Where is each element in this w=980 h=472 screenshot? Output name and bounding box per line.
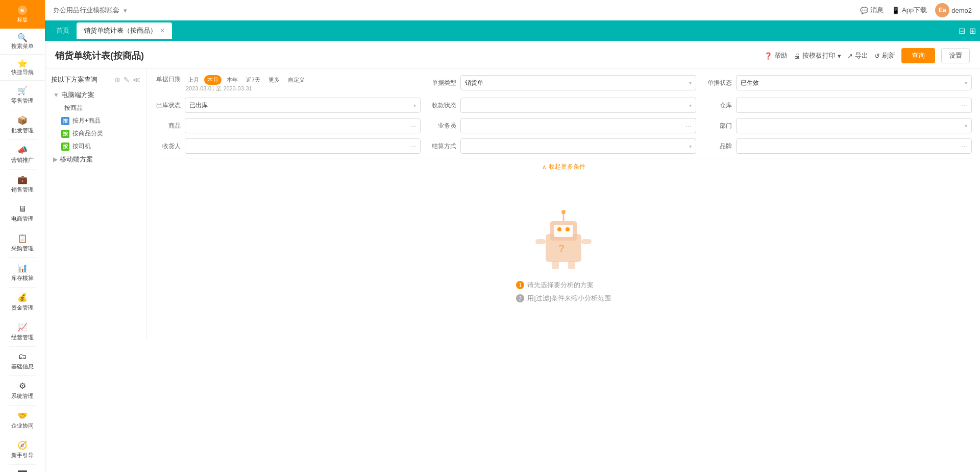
date-tab-custom[interactable]: 自定义: [285, 75, 308, 85]
tab-minimize-icon[interactable]: ⊟: [959, 26, 965, 36]
doc-type-control[interactable]: 销货单 ▾: [460, 75, 696, 90]
date-label: 单据日期: [155, 75, 181, 84]
sidebar-item-operation[interactable]: 📈 经营管理: [9, 317, 36, 347]
settlement-control[interactable]: ▾: [460, 138, 696, 154]
inventory-icon: 📊: [17, 263, 28, 273]
filter-row-2: 出库状态 已出库 ▾ 收款状态 ▾: [155, 98, 972, 113]
out-status-label: 出库状态: [155, 101, 181, 110]
action-refresh[interactable]: ↺ 刷新: [874, 51, 895, 60]
brand-label: 品牌: [706, 142, 732, 151]
help-label: 帮助: [774, 51, 788, 60]
sidebar-search-label: 搜索菜单: [2, 42, 43, 50]
tab-maximize-icon[interactable]: ⊞: [969, 26, 976, 36]
sidebar-item-basic[interactable]: 🗂 基础信息: [9, 347, 36, 376]
pay-status-control[interactable]: ▾: [460, 98, 696, 113]
sidebar-item-guide[interactable]: 🧭 新手引导: [9, 435, 36, 465]
action-help[interactable]: ❓ 帮助: [764, 51, 788, 60]
print-icon: 🖨: [794, 52, 800, 60]
sidebar-item-ecommerce[interactable]: 🖥 电商管理: [9, 199, 36, 228]
top-nav-app-download[interactable]: 📱 App下载: [892, 6, 927, 15]
print-arrow: ▾: [838, 52, 841, 60]
salesperson-control[interactable]: ···: [460, 118, 696, 133]
top-nav: 办公用品行业模拟账套 ▾ 💬 消息 📱 App下载 Ea demo2: [45, 0, 980, 20]
left-panel: 按以下方案查询 ⊕ ✎ ≪ ▼ 电脑端方案: [45, 69, 147, 340]
edit-scheme-icon[interactable]: ✎: [124, 76, 130, 84]
doc-status-value: 已生效: [741, 79, 963, 87]
action-export[interactable]: ↗ 导出: [847, 51, 868, 60]
tab-sales-stat-close[interactable]: ✕: [160, 27, 165, 34]
sidebar-item-enterprise[interactable]: 🤝 企业协同: [9, 406, 36, 435]
department-control[interactable]: ▾: [736, 118, 972, 133]
recipient-control[interactable]: ···: [185, 138, 421, 154]
empty-state: ? 1 请先选择要分析的方案 2 用[过滤]条件来缩小分析范围: [155, 175, 972, 334]
filter-settlement: 结算方式 ▾: [431, 138, 696, 154]
date-tab-last7[interactable]: 近7天: [243, 75, 263, 85]
doc-status-control[interactable]: 已生效 ▾: [736, 75, 972, 90]
top-nav-user[interactable]: Ea demo2: [935, 3, 972, 17]
tab-actions: ⊟ ⊞: [959, 26, 976, 36]
sidebar-item-sales[interactable]: 💼 销售管理: [9, 170, 36, 199]
page-title: 销货单统计表(按商品): [55, 50, 144, 62]
tree-item-by-month-product[interactable]: 按 按月+商品: [57, 114, 142, 127]
brand-control[interactable]: ···: [736, 138, 972, 154]
sidebar-item-marketing[interactable]: 📣 营销推广: [9, 140, 36, 170]
svg-rect-9: [535, 239, 546, 244]
query-button[interactable]: 查询: [901, 48, 935, 63]
tree-item-by-product[interactable]: 按商品: [57, 102, 142, 114]
basic-icon: 🗂: [18, 352, 27, 361]
tree-item-by-product-category[interactable]: 按 按商品分类: [57, 127, 142, 140]
user-avatar-text: Ea: [939, 7, 946, 14]
action-template-print[interactable]: 🖨 按模板打印 ▾: [794, 51, 841, 60]
date-tab-more[interactable]: 更多: [265, 75, 283, 85]
collapse-arrow-icon: ∧: [542, 163, 547, 171]
warehouse-control[interactable]: ···: [736, 98, 972, 113]
finance-icon: 💰: [17, 293, 28, 302]
add-scheme-icon[interactable]: ⊕: [114, 76, 120, 84]
collapse-panel-icon[interactable]: ≪: [133, 76, 140, 84]
setting-button[interactable]: 设置: [941, 48, 970, 63]
guide-label: 新手引导: [11, 452, 34, 459]
salesperson-label: 业务员: [431, 122, 456, 130]
sidebar-shortcut-button[interactable]: ⭐ 快捷导航: [0, 55, 45, 81]
top-nav-left: 办公用品行业模拟账套 ▾: [53, 6, 127, 15]
out-status-value: 已出库: [189, 101, 411, 110]
brand-dots: ···: [961, 142, 967, 150]
sidebar-item-inventory[interactable]: 📊 库存核算: [9, 258, 36, 288]
marketing-label: 营销推广: [11, 156, 34, 164]
sidebar-item-wholesale[interactable]: 📦 批发管理: [9, 110, 36, 140]
sidebar-item-system[interactable]: ⚙ 系统管理: [9, 376, 36, 406]
top-nav-dropdown-arrow[interactable]: ▾: [124, 7, 127, 14]
filter-doc-type: 单据类型 销货单 ▾: [431, 75, 696, 90]
sidebar-search-button[interactable]: 🔍 搜索菜单: [0, 29, 45, 55]
tree-node-mobile[interactable]: ▶ 移动端方案: [49, 153, 142, 166]
date-tab-last-month[interactable]: 上月: [185, 75, 202, 85]
sidebar-logo: 畅 标版: [0, 0, 45, 29]
tab-home[interactable]: 首页: [49, 22, 77, 39]
right-panel: 单据日期 上月 本月 本年 近7天 更多 自定义 20: [147, 69, 980, 340]
out-status-control[interactable]: 已出库 ▾: [185, 98, 421, 113]
svg-point-6: [566, 227, 570, 231]
sidebar-item-retail[interactable]: 🛒 零售管理: [9, 81, 36, 110]
collapse-bar[interactable]: ∧ 收起更多条件: [155, 158, 972, 175]
product-control[interactable]: ···: [185, 118, 421, 133]
svg-rect-4: [554, 225, 573, 237]
department-arrow: ▾: [965, 123, 967, 129]
marketing-icon: 📣: [17, 145, 28, 155]
tree-node-desktop[interactable]: ▼ 电脑端方案: [49, 88, 142, 102]
filter-doc-status: 单据状态 已生效 ▾: [706, 75, 972, 90]
top-nav-message[interactable]: 💬 消息: [860, 6, 884, 15]
sidebar-item-purchase[interactable]: 📋 采购管理: [9, 228, 36, 258]
top-nav-title: 办公用品行业模拟账套: [53, 6, 119, 15]
system-icon: ⚙: [19, 381, 26, 391]
sidebar-item-finance[interactable]: 💰 资金管理: [9, 288, 36, 317]
enterprise-icon: 🤝: [17, 411, 28, 420]
date-tab-this-month[interactable]: 本月: [204, 75, 222, 85]
doc-status-arrow: ▾: [965, 80, 967, 86]
tab-sales-stat[interactable]: 销货单统计表（按商品） ✕: [77, 22, 172, 39]
wholesale-label: 批发管理: [11, 127, 34, 134]
svg-rect-10: [581, 239, 592, 244]
tree-item-by-cashier[interactable]: 按 按司机: [57, 140, 142, 153]
date-tab-this-year[interactable]: 本年: [224, 75, 241, 85]
filter-pay-status: 收款状态 ▾: [431, 98, 696, 113]
sidebar-item-apps[interactable]: 🔲 应用中心: [9, 465, 36, 472]
